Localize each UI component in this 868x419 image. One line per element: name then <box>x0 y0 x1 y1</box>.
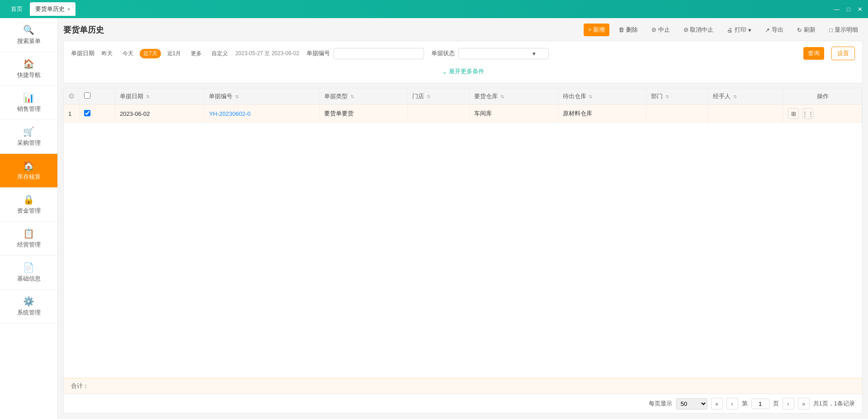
th-date-sort-icon: ⇅ <box>146 94 150 99</box>
expand-more-button[interactable]: ⌄ 展开更多条件 <box>439 66 488 77</box>
print-label: 打印 <box>735 26 746 34</box>
minimize-button[interactable]: — <box>834 6 840 13</box>
first-page-button[interactable]: « <box>711 398 723 409</box>
tab-close-icon[interactable]: × <box>67 6 70 12</box>
th-settings: ⚙ <box>64 88 80 105</box>
page-header: 要货单历史 + 新增 🗑 删除 ⊘ 中止 ⊘ 取消中止 🖨 打印 ▾ ↗ 导出 … <box>63 24 863 36</box>
total-info: 共1页，1条记录 <box>813 400 855 408</box>
date-shortcut-yesterday[interactable]: 昨天 <box>98 49 116 58</box>
th-department[interactable]: 部门 ⇅ <box>646 88 708 105</box>
window-controls: — □ ✕ <box>834 6 863 13</box>
th-req-warehouse[interactable]: 要货仓库 ⇅ <box>470 88 558 105</box>
th-order-type[interactable]: 单据类型 ⇅ <box>319 88 407 105</box>
export-button[interactable]: ↗ 导出 <box>760 24 788 36</box>
export-label: 导出 <box>772 26 783 34</box>
th-store[interactable]: 门店 ⇅ <box>408 88 470 105</box>
checkbox-icon: □ <box>829 27 833 33</box>
date-shortcut-today[interactable]: 今天 <box>119 49 137 58</box>
sidebar-item-inventory[interactable]: 🏠 库存核算 <box>0 154 57 188</box>
sidebar-item-system[interactable]: ⚙️ 系统管理 <box>0 290 57 324</box>
table-header-row: ⚙ 单据日期 ⇅ 单据编号 ⇅ <box>64 88 862 105</box>
td-pending-warehouse: 原材料仓库 <box>558 105 646 123</box>
th-handler[interactable]: 经手人 ⇅ <box>708 88 783 105</box>
cart-icon: 🛒 <box>23 126 34 137</box>
order-no-link[interactable]: YH-20230602-0 <box>209 110 250 117</box>
main-table: ⚙ 单据日期 ⇅ 单据编号 ⇅ <box>64 88 862 123</box>
sidebar-item-purchase-label: 采购管理 <box>17 139 41 147</box>
content-area: 要货单历史 + 新增 🗑 删除 ⊘ 中止 ⊘ 取消中止 🖨 打印 ▾ ↗ 导出 … <box>58 18 868 419</box>
order-no-input[interactable] <box>334 48 424 59</box>
date-shortcut-1month[interactable]: 近1月 <box>164 49 185 58</box>
summary-label: 合计： <box>71 382 89 390</box>
th-actions: 操作 <box>783 88 862 105</box>
sidebar-item-purchase[interactable]: 🛒 采购管理 <box>0 120 57 154</box>
td-department <box>646 105 708 123</box>
prev-page-button[interactable]: ‹ <box>726 398 738 409</box>
th-date[interactable]: 单据日期 ⇅ <box>115 88 204 105</box>
view-action-button[interactable]: ⊞ <box>788 108 799 119</box>
search-icon: 🔍 <box>23 24 34 35</box>
table-row: 1 2023-06-02 YH-20230602-0 要货单要货 车间库 <box>64 105 862 123</box>
sidebar-item-search-label: 搜索菜单 <box>17 37 41 45</box>
page-prefix-label: 第 <box>742 400 748 408</box>
last-page-button[interactable]: » <box>798 398 810 409</box>
sidebar-item-quick-nav-label: 快捷导航 <box>17 71 41 79</box>
th-order-no[interactable]: 单据编号 ⇅ <box>204 88 320 105</box>
sidebar-item-quick-nav[interactable]: 🏠 快捷导航 <box>0 52 57 86</box>
status-label: 单据状态 <box>431 49 455 57</box>
refresh-label: 刷新 <box>804 26 816 34</box>
date-shortcut-7days[interactable]: 近7天 <box>140 49 161 58</box>
td-store <box>408 105 470 123</box>
next-page-button[interactable]: › <box>783 398 794 409</box>
lock-icon: 🔒 <box>23 194 34 205</box>
sidebar-item-system-label: 系统管理 <box>17 309 41 317</box>
date-shortcut-custom[interactable]: 自定义 <box>208 49 231 58</box>
expand-row: ⌄ 展开更多条件 <box>71 62 855 77</box>
select-all-checkbox[interactable] <box>84 92 90 99</box>
td-order-no[interactable]: YH-20230602-0 <box>204 105 320 123</box>
th-handler-sort-icon: ⇅ <box>733 94 737 99</box>
th-order-type-sort-icon: ⇅ <box>350 94 354 99</box>
show-detail-button[interactable]: □ 显示明细 <box>825 24 863 36</box>
th-department-label: 部门 <box>651 93 663 100</box>
page-size-select[interactable]: 50 20 100 200 <box>676 398 708 409</box>
stop-button[interactable]: ⊘ 中止 <box>647 24 675 36</box>
th-pending-warehouse-label: 待出仓库 <box>563 93 586 100</box>
refresh-button[interactable]: ↻ 刷新 <box>793 24 820 36</box>
refresh-icon: ↻ <box>797 27 802 33</box>
sidebar-item-inventory-label: 库存核算 <box>17 173 41 181</box>
main-layout: 🔍 搜索菜单 🏠 快捷导航 📊 销售管理 🛒 采购管理 🏠 库存核算 🔒 资金管… <box>0 18 868 419</box>
sidebar-item-finance[interactable]: 🔒 资金管理 <box>0 188 57 222</box>
show-detail-label: 显示明细 <box>835 26 858 34</box>
expand-down-icon: ⌄ <box>442 68 447 75</box>
date-filter-label: 单据日期 <box>71 49 94 57</box>
new-button[interactable]: + 新增 <box>584 24 609 36</box>
query-button[interactable]: 查询 <box>803 47 824 60</box>
settings-filter-button[interactable]: 设置 <box>831 47 855 60</box>
filter-area: 单据日期 昨天 今天 近7天 近1月 更多 自定义 2023-05-27 至 2… <box>63 41 863 83</box>
more-action-button[interactable]: ⋮⋮ <box>802 108 813 119</box>
th-order-type-label: 单据类型 <box>324 93 348 100</box>
sidebar-item-operation[interactable]: 📋 经营管理 <box>0 222 57 256</box>
column-settings-button[interactable]: ⚙ <box>68 92 75 100</box>
status-select[interactable]: ▾ <box>458 48 549 59</box>
row-checkbox[interactable] <box>84 110 90 116</box>
sidebar-item-sales-label: 销售管理 <box>17 105 41 113</box>
delete-button[interactable]: 🗑 删除 <box>614 24 642 36</box>
date-shortcut-more[interactable]: 更多 <box>187 49 205 58</box>
sidebar-item-basic-info[interactable]: 📄 基础信息 <box>0 256 57 290</box>
page-number-input[interactable] <box>751 399 769 409</box>
close-button[interactable]: ✕ <box>858 6 863 13</box>
sidebar-item-search[interactable]: 🔍 搜索菜单 <box>0 18 57 52</box>
th-pending-warehouse[interactable]: 待出仓库 ⇅ <box>558 88 646 105</box>
td-handler <box>708 105 783 123</box>
tab-home[interactable]: 首页 <box>5 2 28 16</box>
sidebar-item-basic-info-label: 基础信息 <box>17 275 41 283</box>
th-actions-label: 操作 <box>817 93 829 100</box>
cancel-stop-button[interactable]: ⊘ 取消中止 <box>679 24 718 36</box>
sidebar-item-sales[interactable]: 📊 销售管理 <box>0 86 57 120</box>
maximize-button[interactable]: □ <box>847 6 850 13</box>
tab-requisition-history[interactable]: 要货单历史 × <box>30 2 75 16</box>
print-button[interactable]: 🖨 打印 ▾ <box>722 24 756 36</box>
filter-row-1: 单据日期 昨天 今天 近7天 近1月 更多 自定义 2023-05-27 至 2… <box>71 47 855 60</box>
